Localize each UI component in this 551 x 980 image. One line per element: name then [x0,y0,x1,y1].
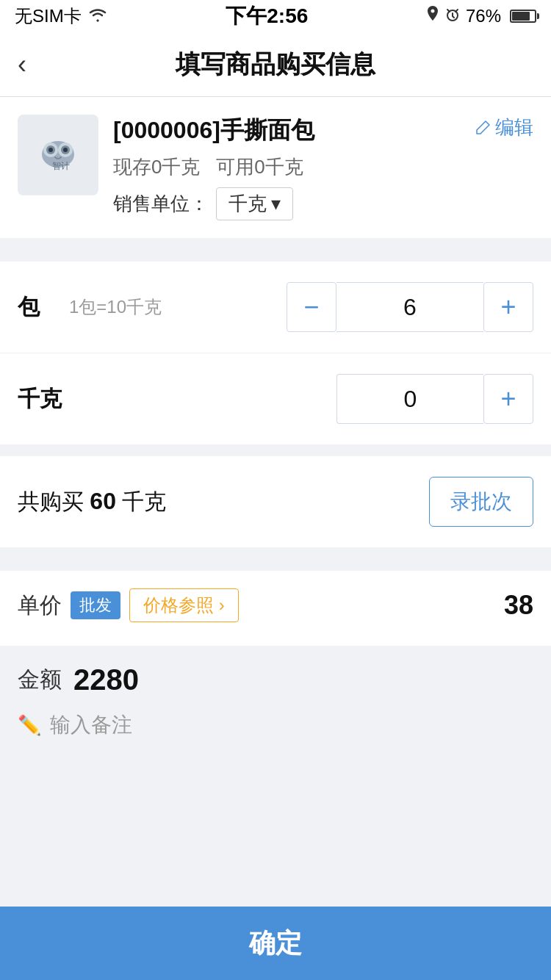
unit-label: 销售单位： [113,191,209,217]
product-name: [0000006]手撕面包 [113,115,314,147]
qty-minus-bag[interactable]: − [287,282,336,332]
price-value: 38 [504,590,533,621]
edit-button[interactable]: 编辑 [475,115,533,140]
product-card: 智计 [0000006]手撕面包 编辑 现存0千克 可用0千克 销售单位： 千克 [0,97,551,238]
price-ref-button[interactable]: 价格参照 › [129,588,239,622]
qty-plus-bag[interactable]: + [483,282,533,332]
battery-icon [510,10,536,23]
amount-value: 2280 [73,663,139,696]
nav-bar: ‹ 填写商品购买信息 [0,32,551,97]
quantity-row-kg: 千克 + [0,353,551,444]
wifi-icon [87,6,108,26]
svg-point-7 [63,148,68,152]
summary-text: 共购买 60 千克 [18,487,166,517]
carrier-label: 无SIM卡 [15,4,82,28]
product-header: [0000006]手撕面包 编辑 [113,115,533,154]
amount-row: 金额 2280 [18,663,533,696]
location-icon [426,6,439,26]
qty-input-kg[interactable] [336,374,483,424]
price-type-tag: 批发 [71,591,120,619]
pencil-icon: ✏️ [18,714,41,737]
qty-label-kg: 千克 [18,384,62,414]
back-button[interactable]: ‹ [18,49,26,80]
note-row[interactable]: ✏️ 输入备注 [18,711,533,739]
amount-section: 金额 2280 ✏️ 输入备注 [0,646,551,866]
bottom-bar: 确定 [0,907,551,980]
stock-label: 现存0千克 [113,156,200,178]
price-row: 单价 批发 价格参照 › 38 [18,588,533,622]
quantity-section: 包 1包=10千克 − + 千克 + [0,262,551,444]
price-text: 单价 [18,591,62,621]
unit-select[interactable]: 千克 ▾ [216,187,293,220]
svg-text:智计: 智计 [52,161,70,170]
qty-controls-kg: + [336,374,533,424]
alarm-icon [445,6,460,26]
status-left: 无SIM卡 [15,4,108,28]
qty-controls-bag: − + [287,282,533,332]
record-batch-button[interactable]: 录批次 [429,477,533,527]
qty-input-bag[interactable] [336,282,483,332]
price-label: 单价 批发 价格参照 › [18,588,239,622]
battery-percentage: 76% [466,6,501,26]
main-content: 智计 [0000006]手撕面包 编辑 现存0千克 可用0千克 销售单位： 千克 [0,97,551,940]
note-placeholder: 输入备注 [50,711,132,739]
qty-plus-kg[interactable]: + [483,374,533,424]
edit-label: 编辑 [495,115,533,140]
svg-point-6 [48,148,53,152]
amount-label: 金额 [18,665,62,695]
product-stock: 现存0千克 可用0千克 [113,154,533,180]
dropdown-icon: ▾ [271,192,281,215]
quantity-row-bag: 包 1包=10千克 − + [0,262,551,353]
status-time: 下午2:56 [226,2,308,30]
section-divider-1 [0,250,551,262]
page-title: 填写商品购买信息 [176,48,375,82]
summary-section: 共购买 60 千克 录批次 [0,456,551,547]
available-label: 可用0千克 [216,156,303,178]
product-unit-row: 销售单位： 千克 ▾ [113,187,533,220]
status-right: 76% [426,6,536,26]
qty-hint-bag: 1包=10千克 [69,295,287,319]
qty-label-bag: 包 [18,292,62,323]
product-logo-icon: 智计 [36,134,80,177]
confirm-button[interactable]: 确定 [0,907,551,980]
section-divider-2 [0,559,551,571]
unit-value: 千克 [228,191,267,217]
status-bar: 无SIM卡 下午2:56 76% [0,0,551,32]
summary-amount: 60 [90,488,116,514]
product-info: [0000006]手撕面包 编辑 现存0千克 可用0千克 销售单位： 千克 ▾ [113,115,533,220]
product-image: 智计 [18,115,98,195]
price-section: 单价 批发 价格参照 › 38 [0,571,551,646]
